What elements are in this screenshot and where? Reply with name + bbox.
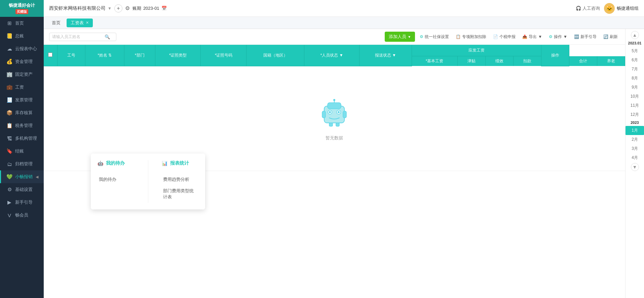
svg-rect-10 [329, 123, 333, 126]
svg-point-6 [329, 111, 331, 113]
tab-salary-label: 工资表 [71, 20, 84, 26]
col-status: *人员状态 ▼ [304, 45, 359, 66]
month-4[interactable]: 4月 [626, 153, 644, 162]
year-2023-label2: 2023 [631, 119, 639, 126]
search-input[interactable] [52, 34, 103, 39]
sidebar-item-archive[interactable]: 🗂 归档管理 [0, 158, 44, 170]
month-nav-down[interactable]: ▼ [631, 163, 639, 171]
username-label: 畅捷通组组 [617, 5, 639, 11]
no-data-text: 暂无数据 [326, 135, 343, 141]
export-label: 导出 [529, 34, 537, 40]
month-1[interactable]: 1月 [626, 126, 644, 135]
col-allowance: 津贴 [457, 56, 485, 66]
popup-item-dept-cost[interactable]: 部门费用类型统计表 [162, 185, 199, 203]
guide-icon: 🆕 [574, 34, 579, 39]
sidebar-item-basic[interactable]: ⚙ 基础设置 [0, 183, 44, 196]
sidebar-item-cloud-report[interactable]: ☁ 云报表中心 [0, 42, 44, 55]
svg-rect-1 [328, 103, 341, 109]
sidebar-item-ledger[interactable]: 📒 总账 [0, 30, 44, 42]
tabbar: 首页 工资表 ✕ [44, 17, 644, 29]
multi-org-icon: 🏗 [6, 136, 12, 141]
month-9[interactable]: 9月 [626, 83, 644, 92]
ledger-icon: 📒 [6, 33, 12, 39]
col-id: 工号 [57, 45, 85, 66]
search-wrap: 🔍 [49, 33, 116, 41]
settings-icon[interactable]: ⚙ [125, 5, 130, 11]
tab-salary-close[interactable]: ✕ [86, 21, 89, 25]
sidebar-item-fixed-assets[interactable]: 🏢 固定资产 [0, 68, 44, 81]
sidebar-item-member[interactable]: V 畅会员 [0, 209, 44, 222]
month-selector: ▲ 2023.01 5月 6月 7月 8月 9月 10月 11月 12月 202… [625, 29, 644, 298]
month-nav-up[interactable]: ▲ [631, 31, 639, 39]
sidebar-label-home: 首页 [15, 20, 24, 26]
tax-icon: 📋 [6, 123, 12, 129]
operation-action[interactable]: ⚙ 操作 ▼ [547, 33, 569, 41]
month-6[interactable]: 6月 [626, 56, 644, 65]
tab-home[interactable]: 首页 [48, 19, 65, 27]
popup-report-title: 📊 报表统计 [162, 160, 199, 169]
popup-item-cost-trend[interactable]: 费用趋势分析 [162, 174, 199, 185]
social-security-action[interactable]: ⚙ 统一社保设置 [418, 33, 451, 41]
sidebar-label-inventory: 库存核算 [15, 110, 33, 116]
fund-icon: 💰 [6, 59, 12, 65]
avatar: 🐱 [604, 3, 615, 14]
customer-service-button[interactable]: 🎧 人工咨询 [576, 5, 600, 11]
refresh-action[interactable]: 🔄 刷新 [601, 33, 620, 41]
month-5[interactable]: 5月 [626, 46, 644, 56]
month-2[interactable]: 2月 [626, 135, 644, 144]
sidebar-label-fund: 资金管理 [15, 59, 33, 65]
col-base-salary: *基本工资 [412, 56, 457, 66]
sidebar-item-settle[interactable]: 🔖 结账 [0, 145, 44, 158]
month-8[interactable]: 8月 [626, 74, 644, 83]
calendar-icon: 📅 [161, 6, 167, 11]
company-dropdown-arrow: ▼ [108, 6, 112, 11]
popup-section: 🤖 我的待办 我的待办 📊 报表统计 费用趋势分析 部门费用类型统计表 [98, 160, 198, 203]
col-deduction: 扣款 [513, 56, 541, 66]
deduction-label: 专项附加扣除 [462, 34, 486, 40]
company-selector[interactable]: 西安虾米网络科技有限公司 ▼ [49, 5, 112, 11]
sidebar-item-invoice[interactable]: 🧾 发票管理 [0, 94, 44, 106]
sidebar-label-tax: 税务管理 [15, 123, 33, 129]
sidebar-item-xiaochang[interactable]: 💚 小畅报销 ◀ [0, 170, 44, 183]
month-7[interactable]: 7月 [626, 65, 644, 74]
select-all-checkbox[interactable] [48, 53, 52, 57]
sidebar-item-inventory[interactable]: 📦 库存核算 [0, 106, 44, 119]
topbar: 西安虾米网络科技有限公司 ▼ + ⚙ 账期 2023-01 📅 🎧 人工咨询 🐱… [44, 0, 644, 17]
month-11[interactable]: 11月 [626, 101, 644, 110]
tab-salary[interactable]: 工资表 ✕ [67, 19, 93, 27]
col-action: 操作 [541, 45, 569, 66]
add-company-button[interactable]: + [114, 4, 122, 12]
svg-point-7 [338, 111, 340, 113]
popup-col-todo: 🤖 我的待办 我的待办 [98, 160, 135, 203]
deduction-action[interactable]: 📋 专项附加扣除 [454, 33, 488, 41]
col-pension: 养老 [597, 56, 625, 66]
svg-rect-9 [343, 111, 346, 118]
sidebar-item-salary[interactable]: 💼 工资 [0, 81, 44, 94]
sidebar-label-xiaochang: 小畅报销 [15, 174, 33, 180]
month-3[interactable]: 3月 [626, 144, 644, 153]
month-10[interactable]: 10月 [626, 92, 644, 101]
popup-divider [148, 160, 148, 203]
sidebar-item-fund[interactable]: 💰 资金管理 [0, 55, 44, 68]
tax-report-action[interactable]: 📄 个税申报 [491, 33, 518, 41]
sidebar-item-multi-org[interactable]: 🏗 多机构管理 [0, 132, 44, 145]
new-guide-action[interactable]: 🆕 新手引导 [572, 33, 599, 41]
add-person-button[interactable]: 添加人员 ▼ [385, 32, 415, 42]
period-value: 2023-01 [143, 6, 159, 11]
headset-icon: 🎧 [576, 6, 581, 11]
sidebar-item-tax[interactable]: 📋 税务管理 [0, 119, 44, 132]
export-action[interactable]: 📤 导出 ▼ [520, 33, 544, 41]
export-icon: 📤 [522, 34, 527, 39]
sidebar-item-home[interactable]: ⊞ 首页 [0, 17, 44, 30]
sidebar-item-newguide[interactable]: ▶ 新手引导 [0, 196, 44, 209]
col-checkbox[interactable] [44, 45, 57, 66]
col-name: *姓名 ⇅ [85, 45, 124, 66]
cloud-report-icon: ☁ [6, 46, 12, 52]
period-selector[interactable]: 账期 2023-01 📅 [132, 5, 167, 11]
home-icon: ⊞ [6, 20, 12, 26]
xiaochang-popup: 🤖 我的待办 我的待办 📊 报表统计 费用趋势分析 部门费用类型统计表 [91, 154, 205, 209]
user-menu[interactable]: 🐱 畅捷通组组 [604, 3, 639, 14]
guide-label: 新手引导 [580, 34, 597, 40]
month-12[interactable]: 12月 [626, 110, 644, 119]
popup-item-todo[interactable]: 我的待办 [98, 174, 135, 185]
